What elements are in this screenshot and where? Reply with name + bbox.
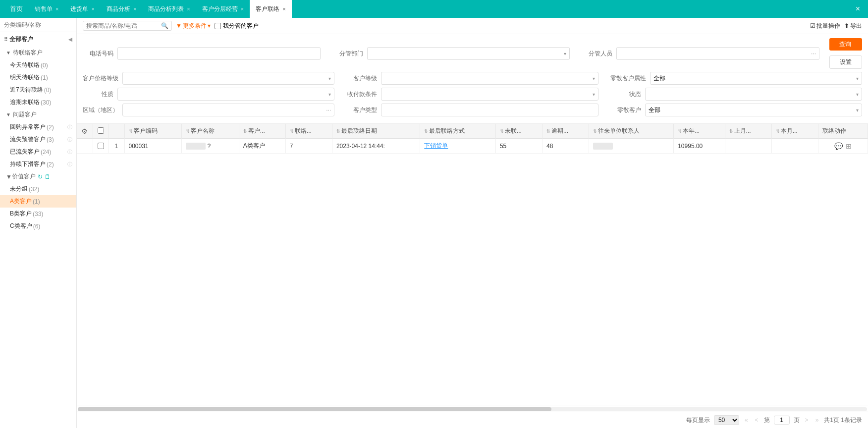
field-payment-input[interactable] [384,91,592,98]
field-price-level-wrap[interactable]: ▾ [122,72,334,85]
sidebar-item-tomorrow[interactable]: 明天待联络 (1) [0,71,76,84]
field-price-level-input[interactable] [126,75,328,82]
manager-dots-btn[interactable]: ··· [811,50,816,57]
field-manager-input[interactable] [620,50,811,57]
close-tab-analysis[interactable]: × [133,6,136,12]
my-customers-check-input[interactable] [215,23,221,29]
close-tab-customer-contact[interactable]: × [282,6,285,12]
close-tab-analysis-list[interactable]: × [187,6,190,12]
dept-dropdown-arrow[interactable]: ▾ [564,51,566,56]
col-gear[interactable]: ⚙ [77,124,93,139]
qr-icon[interactable]: ⊞ [846,142,852,150]
horizontal-scrollbar[interactable] [77,406,868,412]
status-dropdown[interactable]: ▾ [856,92,859,97]
export-btn[interactable]: ⬆ 导出 [844,22,862,30]
sidebar-item-today[interactable]: 今天待联络 (0) [0,59,76,71]
field-manager-input-wrap[interactable]: ··· [616,47,819,60]
sort-icon-this-month[interactable]: ⇅ [776,129,780,134]
sort-icon-last-month[interactable]: ⇅ [729,129,733,134]
sort-icon-method[interactable]: ⇅ [424,129,428,134]
page-number-input[interactable] [774,416,790,425]
sort-icon-year[interactable]: ⇅ [678,129,682,134]
filter-more-btn[interactable]: ▼ 更多条件 ▾ [176,22,211,30]
sidebar-item-declining[interactable]: 持续下滑客户 (2) ⓘ [0,158,76,170]
field-customer-level-input[interactable] [384,75,592,82]
nav-tab-customer-contact[interactable]: 客户联络 × [250,0,291,18]
sidebar-pending-contact-group[interactable]: ▼ 待联络客户 [0,47,76,59]
per-page-select[interactable]: 50 100 200 [714,415,739,425]
sidebar-problem-customers-group[interactable]: ▼ 问题客户 [0,108,76,121]
filter-search-icon[interactable]: 🔍 [161,22,168,29]
field-status-input[interactable] [649,91,856,98]
retail-attr-dropdown[interactable]: ▾ [856,76,859,81]
sidebar-item-7days[interactable]: 近7天待联络 (0) [0,84,76,96]
close-tab-sales[interactable]: × [55,6,58,12]
field-region-input[interactable] [126,107,326,113]
batch-op-btn[interactable]: ☑ 批量操作 [810,22,840,30]
sidebar-item-c-class[interactable]: C类客户 (6) [0,220,76,232]
sidebar-collapse-icon[interactable]: ◀ [68,37,72,42]
field-status-wrap[interactable]: ▾ [645,88,862,101]
region-dots-btn[interactable]: ··· [326,107,331,113]
field-customer-type-input[interactable] [384,107,595,113]
sort-icon-date[interactable]: ⇅ [336,129,340,134]
nav-tab-analysis-list[interactable]: 商品分析列表 × [142,0,196,18]
nav-tab-analysis[interactable]: 商品分析 × [101,0,142,18]
first-page-btn[interactable]: « [743,417,750,424]
sidebar-item-lost[interactable]: 已流失客户 (24) ⓘ [0,146,76,158]
field-dept-input-wrap[interactable]: ▾ [367,47,570,60]
sort-icon-unit[interactable]: ⇅ [593,129,597,134]
next-page-btn[interactable]: > [804,417,810,424]
close-app-button[interactable]: × [852,4,864,13]
filter-search-input[interactable] [86,22,161,29]
value-settings-icon[interactable]: 🗒 [45,173,51,180]
sidebar-all-customers[interactable]: ⠿ 全部客户 ◀ [0,32,76,47]
sidebar-item-repurchase-anomaly[interactable]: 回购异常客户 (2) ⓘ [0,121,76,133]
sort-icon-type[interactable]: ⇅ [243,129,247,134]
field-phone-input[interactable] [121,50,317,57]
field-retail-customer-wrap[interactable]: 全部 ▾ [645,104,862,116]
close-tab-customer-ops[interactable]: × [241,6,244,12]
retail-customer-dropdown[interactable]: ▾ [856,107,859,113]
payment-dropdown[interactable]: ▾ [593,92,595,97]
sidebar-item-unclassified[interactable]: 未分组 (32) [0,183,76,195]
field-nature-wrap[interactable]: ▾ [117,88,334,101]
sort-icon-contact[interactable]: ⇅ [290,129,294,134]
field-region-wrap[interactable]: ··· [122,104,334,116]
sidebar-item-churn-warning[interactable]: 流失预警客户 (3) ⓘ [0,133,76,146]
nav-tab-purchase[interactable]: 进货单 × [64,0,100,18]
last-method-link[interactable]: 下销货单 [424,142,448,149]
scrollbar-thumb[interactable] [78,407,551,411]
sort-icon-no-contact[interactable]: ⇅ [500,129,504,134]
sidebar-value-customers-group[interactable]: ▼ 价值客户 ↻ 🗒 [0,170,76,183]
field-dept-input[interactable] [371,50,564,57]
sidebar-search-input[interactable] [4,21,77,28]
prev-page-btn[interactable]: < [754,417,760,424]
sidebar-item-overdue[interactable]: 逾期未联络 (30) [0,96,76,108]
field-nature-input[interactable] [121,91,328,98]
sort-icon-name[interactable]: ⇅ [186,129,190,134]
nav-home[interactable]: 首页 [4,4,29,13]
nav-tab-customer-ops[interactable]: 客户分层经营 × [196,0,250,18]
sort-icon-overdue[interactable]: ⇅ [546,129,550,134]
sidebar-item-b-class[interactable]: B类客户 (33) [0,208,76,220]
setting-button[interactable]: 设置 [829,55,862,69]
field-customer-level-wrap[interactable]: ▾ [381,72,598,85]
sidebar-item-a-class[interactable]: A类客户 (1) [0,195,76,208]
customer-level-dropdown[interactable]: ▾ [593,76,595,81]
my-customers-checkbox[interactable]: 我分管的客户 [215,22,259,30]
field-customer-type-wrap[interactable] [381,104,598,116]
sort-icon-code[interactable]: ⇅ [129,129,133,134]
last-page-btn[interactable]: » [814,417,820,424]
row-checkbox[interactable] [98,143,104,149]
value-refresh-icon[interactable]: ↻ [38,173,43,180]
field-phone-input-wrap[interactable] [117,47,321,60]
nav-tab-sales[interactable]: 销售单 × [29,0,64,18]
query-button[interactable]: 查询 [829,38,862,51]
gear-icon[interactable]: ⚙ [81,127,88,135]
nature-dropdown[interactable]: ▾ [328,92,331,97]
select-all-checkbox[interactable] [98,127,104,134]
field-retail-attr-wrap[interactable]: 全部 ▾ [650,72,862,85]
chat-icon[interactable]: 💬 [834,142,843,150]
close-tab-purchase[interactable]: × [91,6,94,12]
